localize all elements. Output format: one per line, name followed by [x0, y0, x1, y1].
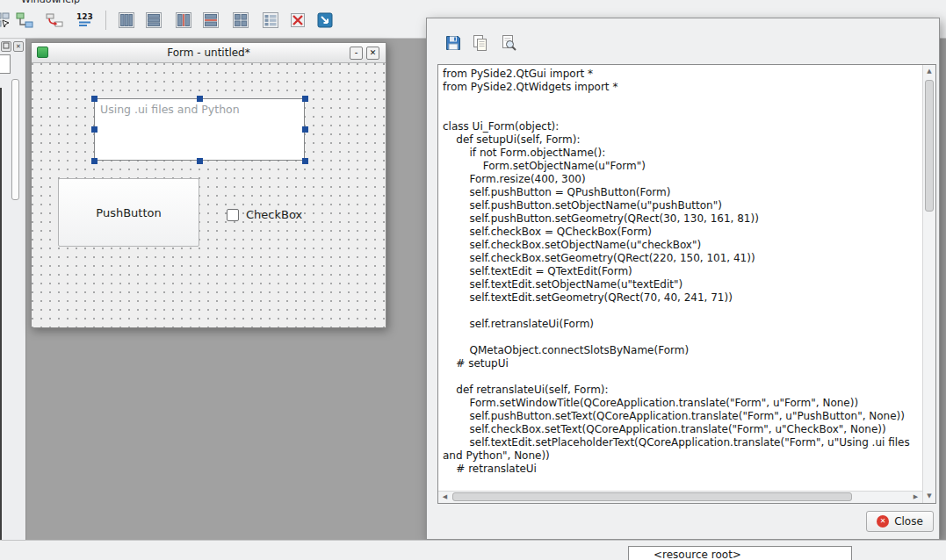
textedit-widget[interactable]: Using .ui files and Python: [94, 98, 305, 161]
save-button[interactable]: [443, 32, 464, 54]
edit-signals-slots-button[interactable]: [14, 10, 35, 31]
break-layout-icon: [288, 11, 307, 30]
dialog-close-button[interactable]: ✕ Close: [866, 511, 934, 532]
adjust-size-button[interactable]: [314, 10, 336, 31]
lay-out-in-grid-button[interactable]: [230, 10, 251, 31]
edit-tab-order-button[interactable]: 123: [74, 10, 95, 31]
scroll-up-arrow-icon[interactable]: ▲: [923, 65, 935, 78]
form-minimize-button[interactable]: -: [350, 47, 363, 60]
lay-out-horizontal-splitter-icon: [174, 11, 193, 30]
dock-float-button[interactable]: [1, 41, 11, 52]
desktop-background: Window Help 123: [0, 0, 946, 560]
break-layout-button[interactable]: [287, 10, 308, 31]
selection-handle-top-left[interactable]: [91, 96, 97, 102]
bottom-panel: <resource root>: [0, 540, 946, 560]
pushbutton-widget[interactable]: PushButton: [58, 178, 199, 247]
scroll-right-arrow-icon[interactable]: ▶: [909, 492, 922, 503]
menu-window[interactable]: Window: [21, 0, 59, 5]
widget-filter-input-fragment[interactable]: [0, 54, 11, 74]
horizontal-scrollbar[interactable]: ◀ ▶: [438, 491, 922, 503]
horizontal-scrollbar-thumb[interactable]: [452, 492, 852, 501]
copy-icon: [471, 33, 490, 53]
selection-handle-top-mid[interactable]: [197, 96, 203, 102]
code-text[interactable]: from PySide2.QtGui import * from PySide2…: [443, 68, 921, 489]
edit-widgets-icon: [0, 11, 11, 30]
dock-close-button[interactable]: ✕: [13, 41, 24, 52]
left-dock-panel: ✕: [0, 39, 26, 540]
resource-root-item[interactable]: <resource root>: [629, 547, 851, 560]
resource-browser[interactable]: <resource root>: [628, 546, 852, 560]
dock-float-icon: [3, 42, 10, 49]
close-button-label: Close: [894, 515, 923, 528]
checkbox-indicator[interactable]: [227, 209, 239, 221]
edit-widgets-button[interactable]: [0, 10, 12, 31]
vertical-scrollbar[interactable]: ▲ ▼: [922, 65, 935, 503]
designer-form-window: Form - untitled* - ✕ Using .ui files and…: [31, 42, 386, 328]
scroll-down-arrow-icon[interactable]: ▼: [923, 490, 935, 503]
selection-handle-bottom-left[interactable]: [91, 158, 97, 164]
scroll-left-arrow-icon[interactable]: ◀: [438, 492, 451, 503]
menu-help[interactable]: Help: [58, 0, 80, 5]
vertical-scrollbar-thumb[interactable]: [925, 80, 934, 212]
form-window-titlebar[interactable]: Form - untitled* - ✕: [32, 43, 386, 63]
checkbox-label: CheckBox: [246, 208, 302, 221]
dock-close-icon: ✕: [16, 43, 21, 50]
edit-signals-slots-icon: [15, 11, 34, 30]
checkbox-widget[interactable]: CheckBox: [225, 197, 314, 233]
form-window-title: Form - untitled*: [32, 47, 386, 59]
code-preview-dialog: from PySide2.QtGui import * from PySide2…: [426, 18, 940, 540]
edit-buddies-icon: [45, 11, 64, 30]
lay-out-vertically-icon: [144, 11, 163, 30]
lay-out-horizontally-button[interactable]: [116, 10, 137, 31]
adjust-size-icon: [315, 11, 335, 30]
window-edge-line: [0, 88, 2, 540]
code-view[interactable]: from PySide2.QtGui import * from PySide2…: [437, 64, 936, 504]
lay-out-form-icon: [261, 11, 280, 30]
lay-out-grid-icon: [231, 11, 250, 30]
selection-handle-bottom-right[interactable]: [302, 158, 308, 164]
selection-handle-mid-left[interactable]: [91, 126, 97, 133]
form-canvas[interactable]: Using .ui files and Python PushButton Ch…: [32, 63, 386, 327]
selection-handle-mid-right[interactable]: [302, 126, 308, 133]
selection-handle-top-right[interactable]: [302, 96, 308, 102]
dock-scrollbar[interactable]: [11, 79, 19, 200]
find-button[interactable]: [498, 32, 519, 54]
save-icon: [444, 33, 463, 53]
edit-tab-order-icon: 123: [75, 11, 94, 30]
close-circle-icon: ✕: [877, 515, 889, 528]
lay-out-horizontally-icon: [117, 11, 136, 30]
copy-button[interactable]: [470, 32, 491, 54]
lay-out-vertically-in-splitter-button[interactable]: [200, 10, 221, 31]
edit-buddies-button[interactable]: [44, 10, 65, 31]
form-close-button[interactable]: ✕: [366, 47, 379, 60]
svg-text:123: 123: [76, 12, 93, 21]
lay-out-vertical-splitter-icon: [201, 11, 220, 30]
textedit-placeholder: Using .ui files and Python: [95, 99, 304, 119]
find-icon: [499, 33, 518, 53]
lay-out-vertically-button[interactable]: [143, 10, 164, 31]
toolbar-separator: [105, 11, 106, 30]
lay-out-horizontally-in-splitter-button[interactable]: [173, 10, 194, 31]
lay-out-in-form-layout-button[interactable]: [260, 10, 281, 31]
selection-handle-bottom-mid[interactable]: [197, 158, 203, 164]
